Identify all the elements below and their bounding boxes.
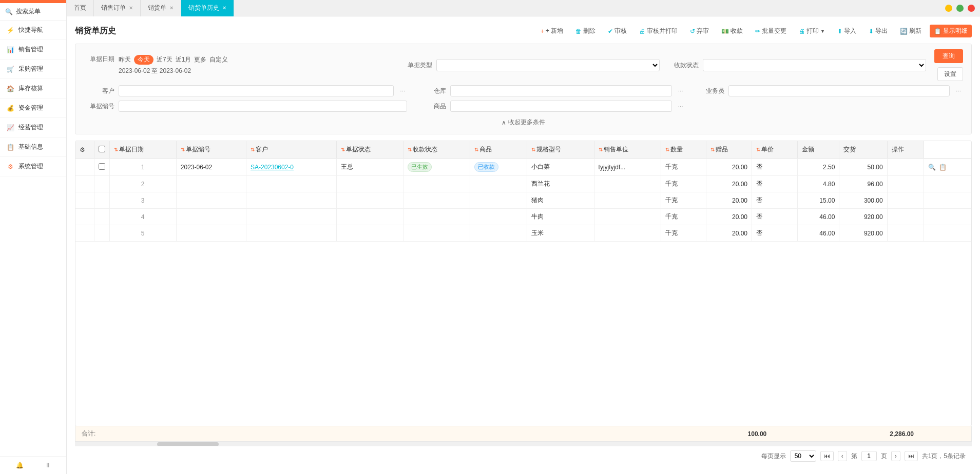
shortcut-more[interactable]: 更多 <box>194 55 206 64</box>
sidebar-item-sales-mgmt[interactable]: 📊 销售管理 <box>0 40 66 60</box>
row-amount: 920.00 <box>839 225 887 242</box>
shortcut-today[interactable]: 今天 <box>134 55 153 65</box>
col-unit[interactable]: ⇅销售单位 <box>594 141 661 159</box>
col-settings[interactable]: ⚙ <box>75 141 94 159</box>
batch-change-btn[interactable]: ✏ 批量变更 <box>751 25 791 37</box>
search-icon: 🔍 <box>5 8 13 15</box>
row-doc-no[interactable] <box>246 192 336 209</box>
export-btn[interactable]: ⬇ 导出 <box>864 25 892 37</box>
col-doc-status[interactable]: ⇅单据状态 <box>336 141 403 159</box>
col-gift[interactable]: ⇅赠品 <box>706 141 752 159</box>
close-btn[interactable] <box>968 5 975 12</box>
collapse-btn[interactable]: ∧ 收起更多条件 <box>499 116 547 129</box>
col-spec[interactable]: ⇅规格型号 <box>527 141 594 159</box>
row-doc-status <box>403 209 470 225</box>
sidebar-search[interactable]: 🔍 搜索菜单 <box>0 3 66 21</box>
first-page-btn[interactable]: ⏮ <box>820 451 834 461</box>
prev-page-btn[interactable]: ‹ <box>838 451 847 461</box>
query-btn[interactable]: 查询 <box>934 49 963 63</box>
payment-status-select[interactable] <box>703 59 926 71</box>
row-checkbox-cell[interactable] <box>94 176 109 192</box>
filter-row-2: 客户 ··· 仓库 ··· 业务员 ··· <box>84 85 963 96</box>
goods-dots[interactable]: ··· <box>676 102 685 111</box>
row-doc-no[interactable] <box>246 176 336 192</box>
sidebar-item-operations[interactable]: 📈 经营管理 <box>0 118 66 137</box>
print-btn[interactable]: 🖨 打印 ▼ <box>795 25 829 37</box>
sidebar-item-label: 库存核算 <box>18 84 43 93</box>
row-spec <box>594 192 661 209</box>
goods-input[interactable] <box>450 101 671 112</box>
row-doc-no[interactable] <box>246 209 336 225</box>
row-doc-status <box>403 192 470 209</box>
tab-sales-history-close[interactable]: ✕ <box>222 5 226 11</box>
col-transaction: 交货 <box>839 141 887 159</box>
sidebar-item-quick-nav[interactable]: ⚡ 快捷导航 <box>0 21 66 40</box>
row-doc-no[interactable]: SA-20230602-0 <box>246 159 336 176</box>
row-checkbox-cell[interactable] <box>94 209 109 225</box>
customer-input[interactable] <box>119 85 394 96</box>
page-size-select[interactable]: 50 100 200 <box>790 450 816 462</box>
staff-dots[interactable]: ··· <box>954 86 963 95</box>
filter-row-1: 单据日期 昨天 今天 近7天 近1月 更多 自定义 2023-06-02 <box>84 49 963 81</box>
sidebar-item-label: 销售管理 <box>18 45 43 54</box>
sidebar-item-inventory[interactable]: 🏠 库存核算 <box>0 79 66 98</box>
row-doc-no[interactable] <box>246 225 336 242</box>
abandon-btn[interactable]: ↺ 弃审 <box>686 25 713 37</box>
tab-sales-delivery[interactable]: 销货单 ✕ <box>141 0 181 16</box>
sort-docno-icon: ⇅ <box>181 147 185 152</box>
row-num: 1 <box>109 159 176 176</box>
row-checkbox[interactable] <box>99 163 105 170</box>
warehouse-dots[interactable]: ··· <box>676 86 685 95</box>
minimize-btn[interactable] <box>945 5 952 12</box>
shortcut-7days[interactable]: 近7天 <box>157 55 172 64</box>
last-page-btn[interactable]: ⏭ <box>905 451 918 461</box>
sort-goods-icon: ⇅ <box>474 147 478 152</box>
row-checkbox-cell[interactable] <box>94 225 109 242</box>
next-page-btn[interactable]: › <box>891 451 900 461</box>
shortcut-custom[interactable]: 自定义 <box>209 55 228 64</box>
col-customer[interactable]: ⇅客户 <box>246 141 336 159</box>
col-doc-no[interactable]: ⇅单据编号 <box>176 141 246 159</box>
view-icon[interactable]: 🔍 <box>928 164 936 171</box>
col-date[interactable]: ⇅单据日期 <box>109 141 176 159</box>
audit-print-btn[interactable]: 🖨 审核并打印 <box>635 25 682 37</box>
audit-btn[interactable]: ✔ 审核 <box>604 25 631 37</box>
warehouse-input[interactable] <box>450 85 671 96</box>
sidebar-item-purchase-mgmt[interactable]: 🛒 采购管理 <box>0 60 66 79</box>
doc-no-input[interactable] <box>119 101 407 112</box>
sidebar-bottom-icon1[interactable]: 🔔 <box>16 462 24 469</box>
page-number-input[interactable] <box>861 451 877 461</box>
sidebar-item-system-mgmt[interactable]: ⚙ 系统管理 <box>0 157 66 176</box>
horizontal-scrollbar[interactable] <box>75 442 972 446</box>
shortcut-1month[interactable]: 近1月 <box>176 55 191 64</box>
col-pay-status[interactable]: ⇅收款状态 <box>403 141 470 159</box>
row-checkbox-cell[interactable] <box>94 192 109 209</box>
col-price[interactable]: ⇅单价 <box>752 141 798 159</box>
staff-input[interactable] <box>728 85 950 96</box>
delete-btn[interactable]: 🗑 删除 <box>571 25 600 37</box>
shortcut-yesterday[interactable]: 昨天 <box>119 55 131 64</box>
collect-btn[interactable]: 💵 收款 <box>717 25 747 37</box>
maximize-btn[interactable] <box>956 5 964 12</box>
col-qty[interactable]: ⇅数量 <box>661 141 706 159</box>
select-all-checkbox[interactable] <box>99 146 105 152</box>
setting-btn[interactable]: 设置 <box>937 67 963 81</box>
tab-sales-delivery-close[interactable]: ✕ <box>169 5 174 11</box>
row-checkbox-cell[interactable] <box>94 159 109 176</box>
customer-dots[interactable]: ··· <box>398 86 407 95</box>
import-btn[interactable]: ⬆ 导入 <box>833 25 860 37</box>
tab-sales-order[interactable]: 销售订单 ✕ <box>94 0 141 16</box>
show-detail-btn[interactable]: 📋 显示明细 <box>930 25 972 37</box>
tab-sales-history[interactable]: 销货单历史 ✕ <box>181 0 234 16</box>
new-btn[interactable]: + + 新增 <box>536 25 567 37</box>
sidebar-item-finance[interactable]: 💰 资金管理 <box>0 98 66 118</box>
refresh-btn[interactable]: 🔄 刷新 <box>896 25 926 37</box>
sidebar-item-base-info[interactable]: 📋 基础信息 <box>0 137 66 157</box>
copy-icon[interactable]: 📋 <box>939 164 947 171</box>
col-goods[interactable]: ⇅商品 <box>470 141 527 159</box>
row-transaction <box>887 192 924 209</box>
sidebar-bottom-icon2[interactable]: ⏸ <box>45 462 51 469</box>
tab-home[interactable]: 首页 <box>67 0 94 16</box>
tab-sales-order-close[interactable]: ✕ <box>129 5 133 11</box>
doc-type-select[interactable] <box>436 59 660 71</box>
